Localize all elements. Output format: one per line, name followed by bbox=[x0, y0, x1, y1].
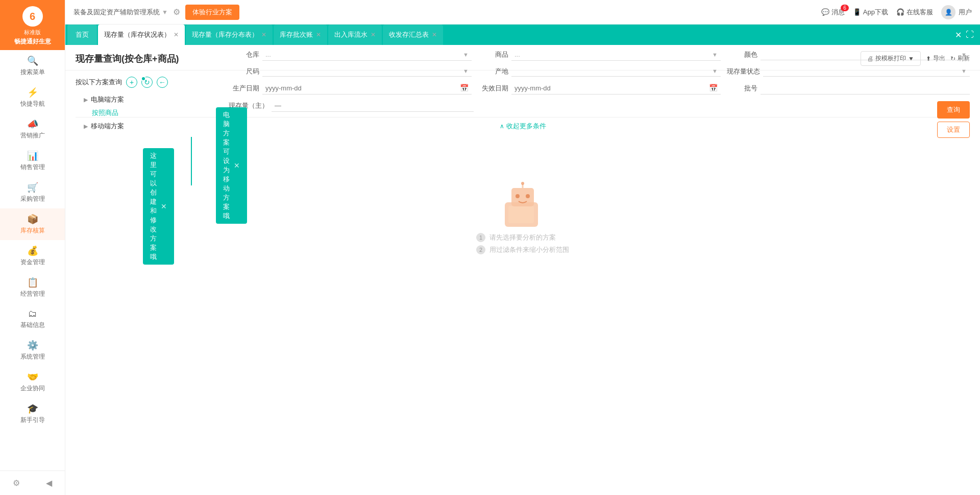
svg-rect-1 bbox=[508, 206, 534, 223]
tab-home[interactable]: 首页 bbox=[67, 25, 97, 45]
search-button[interactable]: 查询 bbox=[937, 101, 970, 119]
sidebar-item-marketing[interactable]: 📣 营销推广 bbox=[0, 113, 65, 145]
tab-receive-summary-close[interactable]: ✕ bbox=[432, 31, 437, 38]
expire-date-input[interactable] bbox=[514, 84, 707, 92]
tab-receive-summary[interactable]: 收发存汇总表 ✕ bbox=[383, 25, 443, 45]
gear-icon[interactable]: ⚙ bbox=[173, 7, 180, 17]
tab-inventory-dist[interactable]: 现存量（库存分布表） ✕ bbox=[186, 25, 273, 45]
empty-step-2: 2 用过滤条件来缩小分析范围 bbox=[476, 245, 569, 254]
tab-inventory-dist-label: 现存量（库存分布表） bbox=[192, 30, 258, 39]
sidebar-item-label: 经营管理 bbox=[20, 290, 45, 298]
reset-button[interactable]: 设置 bbox=[937, 122, 970, 138]
tab-inout-flow-close[interactable]: ✕ bbox=[371, 31, 376, 38]
tab-inventory-dist-close[interactable]: ✕ bbox=[261, 31, 266, 38]
chevron-down-icon: ▼ bbox=[463, 68, 469, 74]
tab-receive-summary-label: 收发存汇总表 bbox=[389, 30, 429, 39]
add-scheme-button[interactable]: + bbox=[126, 77, 137, 88]
sidebar-collapse-button[interactable]: ◀ bbox=[44, 476, 54, 490]
message-button[interactable]: 💬 消息 6 bbox=[821, 8, 845, 17]
step-num-2: 2 bbox=[476, 245, 485, 254]
connector-line-2 bbox=[191, 165, 192, 185]
batch-input[interactable] bbox=[761, 82, 970, 95]
filter-field-batch: 批号 bbox=[727, 82, 970, 95]
filter-label: 按以下方案查询 bbox=[76, 78, 122, 87]
search-icon: 🔍 bbox=[27, 55, 38, 66]
plan-button[interactable]: 体验行业方案 bbox=[185, 5, 239, 20]
stock-status-select[interactable]: ▼ bbox=[763, 66, 970, 77]
user-menu[interactable]: 👤 用户 bbox=[941, 5, 972, 19]
finance-icon: 💰 bbox=[27, 245, 38, 256]
sidebar-item-newbie[interactable]: 🎓 新手引导 bbox=[0, 398, 65, 430]
arrow-scheme-button[interactable]: ← bbox=[157, 77, 168, 88]
tab-home-label: 首页 bbox=[76, 30, 89, 39]
tooltip-1-close[interactable]: ✕ bbox=[234, 161, 240, 170]
tabbar-actions: ✕ ⛶ bbox=[955, 30, 978, 40]
origin-select[interactable]: ▼ bbox=[511, 66, 721, 77]
filter-row-4: 现存量（主） bbox=[229, 100, 970, 112]
sidebar-settings-button[interactable]: ⚙ bbox=[11, 476, 22, 490]
sidebar-item-basic[interactable]: 🗂 基础信息 bbox=[0, 303, 65, 335]
newbie-icon: 🎓 bbox=[27, 403, 38, 414]
empty-step-1: 1 请先选择要分析的方案 bbox=[476, 233, 569, 242]
chevron-up-icon: ∧ bbox=[500, 123, 504, 130]
page-title: 现存量查询(按仓库+商品) bbox=[76, 53, 179, 65]
collapse-bar[interactable]: ∧ 收起更多条件 bbox=[76, 117, 970, 135]
online-service-button[interactable]: 🎧 在线客服 bbox=[896, 8, 933, 17]
sidebar-item-operation[interactable]: 📋 经营管理 bbox=[0, 272, 65, 303]
calendar-icon[interactable]: 📅 bbox=[709, 84, 718, 92]
tab-inventory-status-close[interactable]: ✕ bbox=[174, 31, 179, 38]
sidebar-item-search[interactable]: 🔍 搜索菜单 bbox=[0, 50, 65, 82]
empty-state: 1 请先选择要分析的方案 2 用过滤条件来缩小分析范围 bbox=[65, 141, 980, 278]
phone-icon: 📱 bbox=[853, 8, 861, 16]
user-avatar: 👤 bbox=[941, 5, 955, 19]
system-selector[interactable]: 装备及固定资产辅助管理系统 ▼ bbox=[74, 8, 168, 17]
sidebar-item-coop[interactable]: 🤝 企业协同 bbox=[0, 366, 65, 398]
size-select[interactable]: ▼ bbox=[262, 66, 472, 77]
expire-date-field: 📅 bbox=[511, 82, 721, 95]
tooltip-2-close[interactable]: ✕ bbox=[161, 202, 167, 210]
sidebar-item-quicknav[interactable]: ⚡ 快捷导航 bbox=[0, 82, 65, 113]
tab-inventory-status[interactable]: 现存量（库存状况表） ✕ bbox=[98, 25, 185, 45]
stock-qty-min-input[interactable] bbox=[272, 100, 474, 112]
connector-line-1 bbox=[191, 137, 192, 165]
svg-rect-2 bbox=[511, 188, 534, 206]
sidebar-item-label: 新手引导 bbox=[20, 416, 45, 425]
filter-field-origin: 产地 ▼ bbox=[478, 66, 721, 77]
prod-date-input[interactable] bbox=[265, 84, 458, 92]
expand-button[interactable]: ⛶ bbox=[966, 30, 974, 39]
refresh-scheme-button[interactable]: ↻ bbox=[141, 77, 153, 88]
chevron-down-icon: ▼ bbox=[961, 68, 967, 74]
close-all-tabs-button[interactable]: ✕ bbox=[955, 30, 962, 40]
calendar-icon[interactable]: 📅 bbox=[460, 84, 469, 92]
message-icon: 💬 bbox=[821, 8, 829, 16]
collapse-label: 收起更多条件 bbox=[506, 122, 546, 131]
empty-state-icon bbox=[497, 182, 548, 228]
tooltip-2-text: 这里可以创建和修改方案哦 bbox=[150, 151, 157, 262]
sidebar-item-label: 快捷导航 bbox=[20, 100, 45, 108]
sidebar-item-finance[interactable]: 💰 资金管理 bbox=[0, 240, 65, 272]
empty-steps: 1 请先选择要分析的方案 2 用过滤条件来缩小分析范围 bbox=[476, 233, 569, 257]
sidebar-item-sales[interactable]: 📊 销售管理 bbox=[0, 145, 65, 177]
sidebar-item-system[interactable]: ⚙️ 系统管理 bbox=[0, 335, 65, 366]
tab-batch-ledger[interactable]: 库存批次账 ✕ bbox=[274, 25, 327, 45]
basic-icon: 🗂 bbox=[28, 309, 37, 319]
filter-field-prod-date: 生产日期 📅 bbox=[229, 82, 472, 95]
logo-icon: 6 bbox=[22, 6, 43, 27]
prod-date-field: 📅 bbox=[262, 82, 472, 95]
expand-arrow-icon: ▶ bbox=[84, 97, 88, 103]
tab-inout-flow[interactable]: 出入库流水 ✕ bbox=[328, 25, 382, 45]
color-select[interactable]: ▼ bbox=[761, 50, 970, 60]
tooltip-1-text: 电脑方案可设为移动方案哦 bbox=[223, 110, 230, 221]
product-select[interactable]: ... ▼ bbox=[511, 49, 721, 61]
chevron-down-icon: ▼ bbox=[463, 52, 469, 58]
sidebar-bottom: ⚙ ◀ bbox=[0, 470, 65, 495]
sidebar: 6 标准版 畅捷通好生意 🔍 搜索菜单 ⚡ 快捷导航 📣 营销推广 📊 销售管理… bbox=[0, 0, 65, 495]
sidebar-item-purchase[interactable]: 🛒 采购管理 bbox=[0, 177, 65, 208]
origin-label: 产地 bbox=[478, 67, 508, 76]
dot-indicator bbox=[141, 76, 146, 81]
stock-status-label: 现存量状态 bbox=[727, 67, 760, 76]
tab-batch-ledger-close[interactable]: ✕ bbox=[316, 31, 321, 38]
warehouse-select[interactable]: ... ▼ bbox=[262, 49, 472, 61]
app-download-button[interactable]: 📱 App下载 bbox=[853, 8, 888, 17]
sidebar-item-inventory[interactable]: 📦 库存核算 bbox=[0, 208, 65, 240]
